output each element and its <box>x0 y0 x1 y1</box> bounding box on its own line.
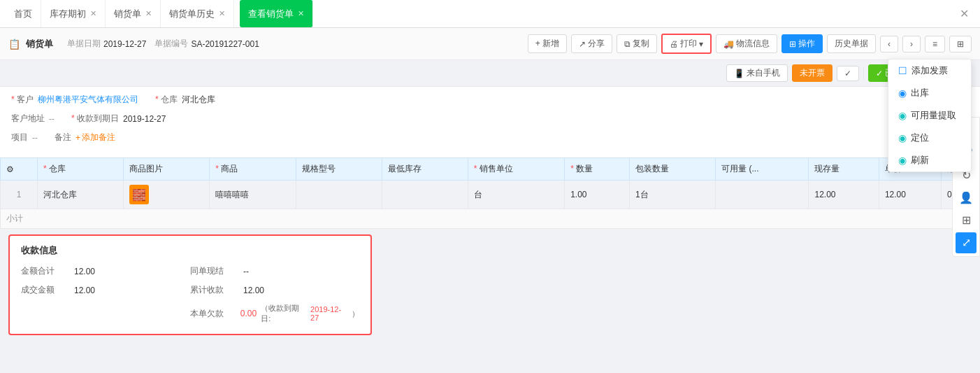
accumulated-label: 累计收款 <box>190 284 239 296</box>
expand-sidebar-button[interactable]: ⤢ <box>956 232 977 253</box>
th-warehouse: 仓库 <box>38 158 124 181</box>
due-note-end: ） <box>352 309 359 319</box>
dropdown-refresh-label: 刷新 <box>911 154 929 167</box>
action-bar: 📱 来自手机 未开票 ✓ ✓ 已核销 ✓ 已生效 <box>0 60 980 87</box>
th-settings[interactable]: ⚙ <box>1 158 38 181</box>
due-date-field: 收款到期日 2019-12-27 <box>71 113 166 125</box>
tab-view-sales-close[interactable]: ✕ <box>298 9 304 18</box>
row-price: 12.00 <box>879 181 941 209</box>
table-row: 1 河北仓库 🧱 嘻嘻嘻嘻 台 1.00 1台 12.00 12.0 <box>1 181 980 209</box>
operation-dropdown: ☐ 添加发票 ◉ 出库 ◉ 可用量提取 ◉ 定位 ◉ 刷新 <box>888 59 972 172</box>
print-icon: 🖨 <box>670 39 678 49</box>
project-field: 项目 -- <box>11 132 38 143</box>
logistics-label: 物流信息 <box>736 38 770 50</box>
not-open-button[interactable]: 未开票 <box>792 64 833 82</box>
operation-button[interactable]: ⊞ 操作 <box>781 34 823 53</box>
tab-sales-history-close[interactable]: ✕ <box>219 9 225 18</box>
warehouse-field: 仓库 河北仓库 <box>155 94 215 106</box>
history-button[interactable]: 历史单据 <box>827 34 876 53</box>
from-mobile-button[interactable]: 📱 来自手机 <box>726 64 788 82</box>
tab-home[interactable]: 首页 <box>6 0 41 27</box>
address-label: 客户地址 <box>11 113 45 125</box>
copy-button[interactable]: ⧉ 复制 <box>617 34 657 53</box>
tab-sales-history[interactable]: 销货单历史 ✕ <box>161 0 234 27</box>
row-spec <box>296 181 382 209</box>
table-sidebar-button[interactable]: ⊞ <box>956 210 977 231</box>
th-pack-qty: 包装数量 <box>630 158 716 181</box>
same-order-row: 同单现结 -- <box>190 264 359 279</box>
view-list-button[interactable]: ≡ <box>925 36 945 52</box>
accumulated-value: 12.00 <box>243 286 264 295</box>
address-value: -- <box>49 114 55 124</box>
th-stock: 现存量 <box>809 158 879 181</box>
doc-number-value: SA-20191227-001 <box>191 39 259 49</box>
amount-total-label: 金额合计 <box>21 265 70 277</box>
share-label: 分享 <box>588 38 605 50</box>
tab-sales-order-label: 销货单 <box>114 8 141 20</box>
tab-inventory-close[interactable]: ✕ <box>90 9 96 18</box>
new-label: + 新增 <box>535 38 559 50</box>
user-sidebar-button[interactable]: 👤 <box>956 188 977 209</box>
address-field: 客户地址 -- <box>11 113 55 125</box>
customer-label: 客户 <box>11 94 34 106</box>
tab-inventory-init[interactable]: 库存期初 ✕ <box>41 0 106 27</box>
subtotal-row: 小计 <box>1 209 980 229</box>
dropdown-available[interactable]: ◉ 可用量提取 <box>888 104 971 127</box>
customer-value[interactable]: 柳州粤港平安气体有限公司 <box>38 94 138 106</box>
row-available <box>716 181 809 209</box>
product-thumbnail: 🧱 <box>129 185 149 204</box>
row-product: 嘻嘻嘻嘻 <box>210 181 296 209</box>
row-quantity: 1.00 <box>565 181 630 209</box>
th-product: 商品 <box>210 158 296 181</box>
payment-grid: 金额合计 12.00 同单现结 -- 成交金额 12.00 累计收款 12.00… <box>21 264 359 325</box>
due-date: 2019-12-27 <box>310 305 347 322</box>
amount-total-row: 金额合计 12.00 <box>21 264 190 279</box>
dropdown-locate-label: 定位 <box>911 132 929 144</box>
available-icon: ◉ <box>898 110 907 121</box>
transaction-row: 成交金额 12.00 <box>21 283 190 297</box>
note-field: 备注 + 添加备注 <box>55 132 115 143</box>
print-button[interactable]: 🖨 打印 ▾ <box>661 34 712 54</box>
next-icon: › <box>910 39 913 49</box>
tab-sales-order-close[interactable]: ✕ <box>145 9 152 18</box>
row-min-stock <box>382 181 468 209</box>
outbound-icon: ◉ <box>898 87 907 99</box>
tab-sales-order[interactable]: 销货单 ✕ <box>106 0 161 27</box>
share-icon: ↗ <box>579 39 586 49</box>
share-button[interactable]: ↗ 分享 <box>571 34 612 53</box>
logistics-button[interactable]: 🚚 物流信息 <box>716 34 777 53</box>
add-note-button[interactable]: + 添加备注 <box>75 132 115 143</box>
th-spec: 规格型号 <box>296 158 382 181</box>
due-date-label: 收款到期日 <box>71 113 119 125</box>
form-area: 客户 柳州粤港平安气体有限公司 仓库 河北仓库 业务员 演示账号 客户地址 --… <box>0 87 980 157</box>
payment-title: 收款信息 <box>21 244 359 257</box>
document-meta: 单据日期 2019-12-27 单据编号 SA-20191227-001 <box>67 38 525 50</box>
add-note-label: 添加备注 <box>82 132 115 143</box>
tab-inventory-label: 库存期初 <box>50 8 86 20</box>
tab-view-sales[interactable]: 查看销货单 ✕ <box>240 0 313 27</box>
dropdown-available-label: 可用量提取 <box>911 109 956 122</box>
product-table-wrap: ⚙ 仓库 商品图片 商品 规格型号 最低库存 销售单位 数量 包装数量 可用量 … <box>0 157 980 229</box>
new-button[interactable]: + 新增 <box>528 34 567 53</box>
dropdown-outbound-label: 出库 <box>911 87 929 99</box>
dropdown-locate[interactable]: ◉ 定位 <box>888 127 971 149</box>
row-stock: 12.00 <box>809 181 879 209</box>
dropdown-outbound[interactable]: ◉ 出库 <box>888 82 971 104</box>
nav-prev-button[interactable]: ‹ <box>880 36 898 52</box>
window-close-button[interactable]: ✕ <box>954 7 974 20</box>
project-label: 项目 <box>11 132 28 143</box>
product-img-icon: 🧱 <box>132 188 146 202</box>
print-label: 打印 <box>680 38 697 50</box>
dropdown-refresh[interactable]: ◉ 刷新 <box>888 149 971 171</box>
check-icon-button[interactable]: ✓ <box>837 66 859 81</box>
nav-next-button[interactable]: › <box>902 36 921 52</box>
add-note-icon: + <box>75 133 80 143</box>
owed-value: 0.00 <box>240 309 257 318</box>
view-grid-button[interactable]: ⊞ <box>949 36 972 52</box>
customer-field: 客户 柳州粤港平安气体有限公司 <box>11 94 138 106</box>
th-available: 可用量 (... <box>716 158 809 181</box>
dropdown-add-invoice[interactable]: ☐ 添加发票 <box>888 59 971 82</box>
row-unit: 台 <box>468 181 564 209</box>
document-title: 销货单 <box>26 38 53 50</box>
transaction-value: 12.00 <box>74 286 95 295</box>
